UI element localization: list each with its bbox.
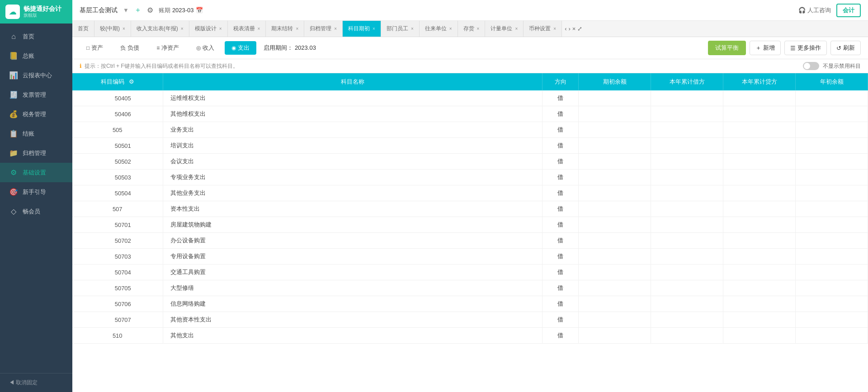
cell-code: 50706 — [72, 296, 163, 312]
table-row[interactable]: 507 资本性支出 借 — [72, 201, 868, 217]
tab-income-annual-close[interactable]: × — [181, 26, 184, 31]
filter-tab-expense[interactable]: ◉ 支出 — [225, 41, 256, 55]
cell-ytd-debit — [651, 296, 723, 312]
sidebar-item-archive[interactable]: 📁 归档管理 — [0, 143, 72, 163]
tab-income-annual[interactable]: 收入支出表(年报) × — [131, 21, 189, 37]
tabs-close-all-icon[interactable]: × — [572, 25, 576, 32]
expense-icon: ◉ — [231, 45, 236, 51]
cell-year-bal — [796, 106, 868, 122]
tab-archive-close[interactable]: × — [334, 26, 337, 31]
company-dropdown-icon[interactable]: ▼ — [123, 7, 129, 14]
more-button[interactable]: ☰ 更多操作 — [784, 41, 827, 55]
member-icon: ◇ — [9, 207, 18, 216]
tab-home[interactable]: 首页 — [72, 21, 94, 37]
table-row[interactable]: 50501 培训支出 借 — [72, 138, 868, 154]
tab-inventory[interactable]: 存货 × — [458, 21, 486, 37]
cell-name: 运维维权支出 — [163, 90, 542, 106]
tab-template[interactable]: 模版设计 × — [189, 21, 228, 37]
user-role-button[interactable]: 会计 — [836, 4, 861, 17]
tab-period-end-close[interactable]: × — [296, 26, 298, 31]
cell-dir: 借 — [542, 154, 579, 170]
tab-interim-close[interactable]: × — [123, 26, 125, 31]
cell-ytd-credit — [723, 170, 796, 185]
tab-template-close[interactable]: × — [219, 26, 222, 31]
toggle-disabled-accounts[interactable] — [803, 62, 819, 70]
tab-period-end[interactable]: 期末结转 × — [266, 21, 304, 37]
tab-contact[interactable]: 往来单位 × — [420, 21, 458, 37]
tab-currency[interactable]: 币种设置 × — [524, 21, 562, 37]
table-row[interactable]: 50702 办公设备购置 借 — [72, 233, 868, 249]
tab-dept[interactable]: 部门员工 × — [381, 21, 420, 37]
tabs-expand-icon[interactable]: ⤢ — [577, 25, 582, 32]
sidebar-item-tax[interactable]: 💰 税务管理 — [0, 104, 72, 124]
refresh-button[interactable]: ↺ 刷新 — [830, 41, 861, 55]
tab-inventory-close[interactable]: × — [477, 26, 480, 31]
calendar-icon[interactable]: 📅 — [196, 7, 203, 14]
col-header-dir: 方向 — [542, 73, 579, 90]
tab-unit[interactable]: 计量单位 × — [485, 21, 524, 37]
filter-tab-asset[interactable]: □ 资产 — [80, 41, 110, 55]
tab-tax[interactable]: 税表清册 × — [228, 21, 266, 37]
consult-btn[interactable]: 🎧 人工咨询 — [798, 6, 831, 14]
more-label: 更多操作 — [797, 44, 821, 52]
tab-unit-close[interactable]: × — [515, 26, 518, 31]
tab-subject-init-close[interactable]: × — [373, 26, 375, 31]
table-row[interactable]: 50504 其他业务支出 借 — [72, 185, 868, 201]
cell-name: 资本性支出 — [163, 201, 542, 217]
cell-dir: 借 — [542, 106, 579, 122]
table-container[interactable]: 科目编码 ⚙ 科目名称 方向 期初余额 本年累计借方 本年累计贷方 年初余额 5… — [72, 73, 868, 392]
sidebar-item-settlement[interactable]: 📋 结账 — [0, 124, 72, 143]
asset-icon: □ — [86, 45, 90, 51]
table-row[interactable]: 505 业务支出 借 — [72, 122, 868, 138]
consult-label: 人工咨询 — [807, 6, 831, 14]
table-row[interactable]: 50704 交通工具购置 借 — [72, 264, 868, 280]
cell-bal — [579, 106, 651, 122]
cell-dir: 借 — [542, 138, 579, 154]
tab-archive[interactable]: 归档管理 × — [304, 21, 343, 37]
add-button[interactable]: ＋ 新增 — [750, 41, 781, 55]
tab-contact-close[interactable]: × — [449, 26, 452, 31]
sidebar-collapse[interactable]: ◀ 取消固定 — [0, 373, 72, 392]
filter-tab-liability[interactable]: 负 负债 — [113, 41, 146, 55]
tab-subject-init[interactable]: 科目期初 × — [343, 21, 381, 37]
sidebar-item-ledger[interactable]: 📒 总账 — [0, 46, 72, 66]
tab-dept-close[interactable]: × — [411, 26, 414, 31]
table-row[interactable]: 50707 其他资本性支出 借 — [72, 312, 868, 328]
balance-button[interactable]: 试算平衡 — [708, 41, 746, 55]
sidebar-item-guide[interactable]: 🎯 新手引导 — [0, 182, 72, 202]
sidebar-item-home[interactable]: ⌂ 首页 — [0, 27, 72, 46]
table-row[interactable]: 50703 专用设备购置 借 — [72, 249, 868, 264]
cell-year-bal — [796, 280, 868, 296]
company-settings-icon[interactable]: ⚙ — [147, 6, 153, 14]
tab-tax-close[interactable]: × — [258, 26, 260, 31]
table-row[interactable]: 50701 房屋建筑物购建 借 — [72, 217, 868, 233]
tabs-prev-icon[interactable]: ‹ — [565, 25, 566, 32]
table-row[interactable]: 50406 其他维权支出 借 — [72, 106, 868, 122]
table-row[interactable]: 50502 会议支出 借 — [72, 154, 868, 170]
col-settings-icon[interactable]: ⚙ — [129, 78, 134, 85]
sidebar-item-invoice[interactable]: 🧾 发票管理 — [0, 85, 72, 104]
cell-code: 50707 — [72, 312, 163, 328]
add-company-icon[interactable]: ＋ — [134, 5, 142, 15]
settlement-icon: 📋 — [9, 129, 18, 138]
table-row[interactable]: 50503 专项业务支出 借 — [72, 170, 868, 185]
filter-tab-equity[interactable]: ≡ 净资产 — [150, 41, 186, 55]
sidebar-item-member[interactable]: ◇ 畅会员 — [0, 202, 72, 221]
sidebar-item-settings[interactable]: ⚙ 基础设置 — [0, 163, 72, 182]
cell-ytd-credit — [723, 233, 796, 249]
filter-tab-income[interactable]: ◎ 收入 — [189, 41, 221, 55]
cell-ytd-debit — [651, 280, 723, 296]
tab-currency-close[interactable]: × — [553, 26, 556, 31]
sidebar-item-label-settlement: 结账 — [23, 130, 34, 138]
tabs-next-icon[interactable]: › — [568, 25, 570, 32]
table-row[interactable]: 510 其他支出 借 — [72, 328, 868, 344]
cell-dir: 借 — [542, 122, 579, 138]
cell-dir: 借 — [542, 185, 579, 201]
tab-interim[interactable]: 较(中期) × — [94, 21, 131, 37]
sidebar-item-reports[interactable]: 📊 云报表中心 — [0, 66, 72, 85]
table-row[interactable]: 50705 大型修缮 借 — [72, 280, 868, 296]
table-row[interactable]: 50405 运维维权支出 借 — [72, 90, 868, 106]
tax-icon: 💰 — [9, 110, 18, 118]
table-row[interactable]: 50706 信息网络购建 借 — [72, 296, 868, 312]
period-info-value: 2023.03 — [295, 44, 316, 51]
